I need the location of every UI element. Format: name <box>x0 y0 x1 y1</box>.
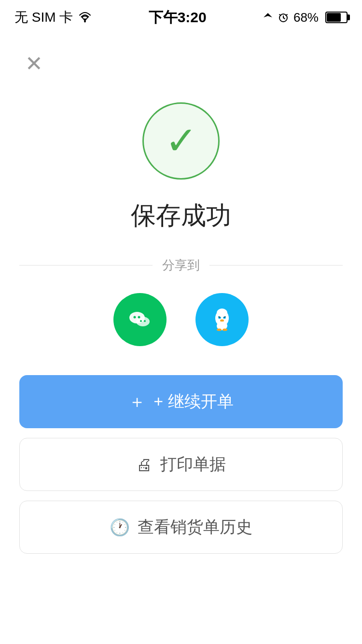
checkmark-icon: ✓ <box>165 122 197 160</box>
status-left: 无 SIM 卡 <box>14 8 92 27</box>
status-bar: 无 SIM 卡 下午3:20 68% <box>0 0 362 35</box>
success-title: 保存成功 <box>131 199 231 233</box>
share-label: 分享到 <box>162 257 200 274</box>
sim-status: 无 SIM 卡 <box>14 8 73 27</box>
svg-point-15 <box>217 329 222 331</box>
continue-label: + 继续开单 <box>153 391 233 413</box>
divider-line-left <box>19 265 153 266</box>
alarm-icon <box>278 12 289 23</box>
continue-icon: ＋ <box>128 390 146 414</box>
svg-point-17 <box>217 308 227 317</box>
history-icon: 🕐 <box>110 518 130 537</box>
close-button[interactable]: ✕ <box>14 44 53 83</box>
battery-percent: 68% <box>293 10 319 25</box>
svg-point-13 <box>220 320 224 322</box>
status-time: 下午3:20 <box>149 8 207 28</box>
svg-point-16 <box>223 329 227 331</box>
location-icon <box>263 12 273 23</box>
success-circle: ✓ <box>142 102 220 180</box>
svg-point-0 <box>84 21 86 23</box>
svg-point-4 <box>134 316 136 319</box>
action-buttons: ＋ + 继续开单 🖨 打印单据 🕐 查看销货单历史 <box>19 375 343 554</box>
share-row <box>113 293 249 346</box>
svg-point-5 <box>138 316 140 319</box>
history-label: 查看销货单历史 <box>138 516 252 538</box>
print-button[interactable]: 🖨 打印单据 <box>19 438 343 491</box>
qq-icon <box>207 305 237 335</box>
share-divider: 分享到 <box>19 257 343 274</box>
divider-line-right <box>209 265 343 266</box>
wifi-icon <box>78 12 92 23</box>
svg-point-6 <box>140 320 142 322</box>
svg-point-7 <box>144 320 146 322</box>
wechat-icon <box>125 304 155 335</box>
history-button[interactable]: 🕐 查看销货单历史 <box>19 501 343 554</box>
continue-button[interactable]: ＋ + 继续开单 <box>19 375 343 428</box>
print-icon: 🖨 <box>136 455 153 474</box>
qq-share-button[interactable] <box>195 293 249 346</box>
print-label: 打印单据 <box>160 453 226 476</box>
svg-point-3 <box>136 317 150 326</box>
battery-icon <box>325 12 348 23</box>
status-right: 68% <box>263 10 348 25</box>
main-content: ✓ 保存成功 分享到 <box>0 83 362 644</box>
close-icon: ✕ <box>25 53 43 74</box>
wechat-share-button[interactable] <box>113 293 167 346</box>
